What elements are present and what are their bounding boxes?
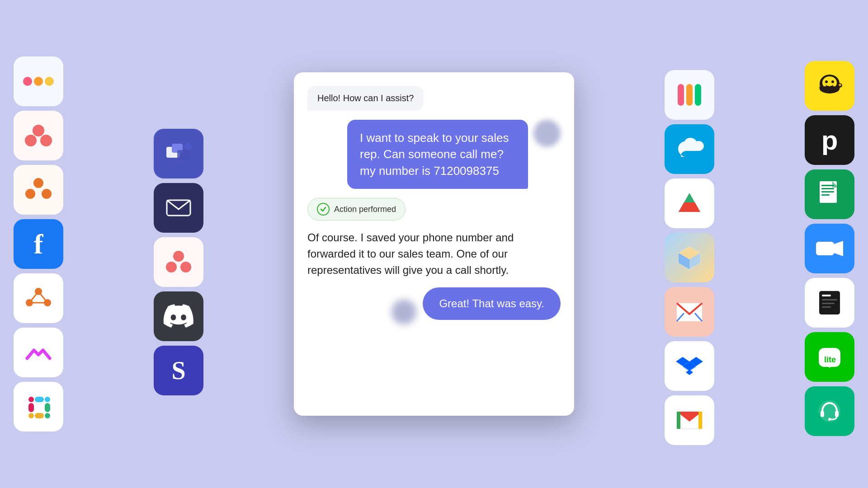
modal-overlay <box>0 0 868 488</box>
